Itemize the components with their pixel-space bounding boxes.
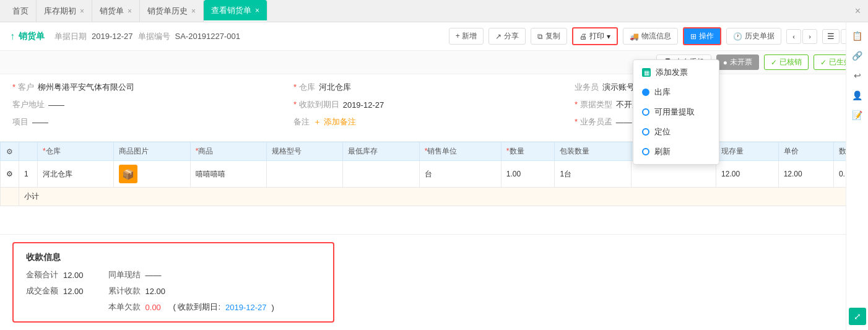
same-order-item: 同单现结 —— (108, 269, 274, 280)
prev-arrow[interactable]: ‹ (786, 29, 801, 44)
warehouse-label: 仓库 (293, 82, 315, 93)
project-label: 项目 (12, 116, 28, 128)
doc-actions: + 新增 ↗ 分享 ⧉ 复制 🖨 打印 ▾ 🚚 物流信息 ⊞ 操作 (449, 27, 858, 45)
sidebar-icon-1[interactable]: 📋 (849, 27, 866, 45)
doc-title-text: 销货单 (19, 31, 45, 42)
tab-sales-history[interactable]: 销货单历史 × (140, 0, 204, 22)
sidebar-icon-5[interactable]: 📝 (849, 106, 866, 124)
row-sales-unit: 台 (419, 161, 501, 188)
subtotal-row: 小计 (1, 188, 868, 206)
current-due-value: 0.00 (145, 303, 161, 312)
doc-icon: ↑ (10, 31, 15, 42)
address-value: —— (48, 100, 64, 110)
next-arrow[interactable]: › (802, 29, 817, 44)
menu-refresh[interactable]: 刷新 (633, 142, 719, 162)
note-label: 备注 (293, 116, 310, 128)
note-field: 备注 ＋ 添加备注 (293, 116, 575, 128)
form-row-1: 客户 柳州粤港平安气体有限公司 仓库 河北仓库 业务员 演示账号 (12, 82, 856, 93)
doc-title: ↑ 销货单 (10, 31, 45, 42)
outbound-icon (642, 89, 649, 96)
col-spec: 规格型号 (266, 142, 342, 161)
print-icon: 🖨 (579, 32, 587, 41)
close-all-tabs[interactable]: × (855, 6, 861, 17)
ticket-type-label: 票据类型 (575, 99, 612, 110)
sidebar-icon-2[interactable]: 🔗 (849, 47, 866, 64)
tab-view-sales-close[interactable]: × (255, 6, 259, 15)
secondary-bar: 📱 来自手机 ● 未开票 ✓ 已核销 ✓ 已生效 (0, 51, 868, 74)
circle-icon: ● (723, 58, 727, 67)
product-image: 📦 (119, 165, 137, 183)
customer-field: 客户 柳州粤港平安气体有限公司 (12, 82, 293, 93)
transaction-value: 12.00 (63, 287, 84, 296)
refresh-icon (642, 148, 649, 155)
col-image: 商品图片 (114, 142, 190, 161)
right-sidebar: 📋 🔗 ↩ 👤 📝 ⤢ (846, 22, 868, 330)
due-date-value: 2019-12-27 (343, 100, 384, 110)
doc-header: ↑ 销货单 单据日期 2019-12-27 单据编号 SA-20191227-0… (0, 22, 868, 51)
locate-icon (642, 128, 649, 136)
new-button[interactable]: + 新增 (449, 28, 484, 45)
operate-button[interactable]: ⊞ 操作 (683, 27, 721, 45)
tab-inventory[interactable]: 库存期初 × (37, 0, 92, 22)
row-gear[interactable]: ⚙ (1, 161, 19, 188)
due-date-label: 收款到期日 (293, 99, 339, 110)
sidebar-icon-expand[interactable]: ⤢ (849, 308, 866, 325)
tab-inventory-close[interactable]: × (80, 7, 84, 15)
receipt-col-right: 同单现结 —— 累计收款 12.00 本单欠款 0.00 ( 收款到期日: 20… (108, 269, 274, 313)
copy-button[interactable]: ⧉ 复制 (531, 28, 567, 45)
receipt-col-left: 金额合计 12.00 成交金额 12.00 (26, 269, 84, 313)
row-product: 嘻嘻嘻嘻 (190, 161, 266, 188)
number-value: SA-20191227-001 (175, 32, 241, 41)
tab-home[interactable]: 首页 (5, 0, 37, 22)
col-pack-qty: 包装数量 (555, 142, 631, 161)
not-opened-button[interactable]: ● 未开票 (716, 54, 759, 70)
history-button[interactable]: 🕐 历史单据 (726, 28, 781, 45)
row-current-stock: 12.00 (716, 161, 779, 188)
row-unit-price: 12.00 (778, 161, 833, 188)
tab-sales-close[interactable]: × (128, 7, 132, 15)
warehouse-field: 仓库 河北仓库 (293, 82, 575, 93)
col-current-stock: 现存量 (716, 142, 779, 161)
menu-outbound[interactable]: 出库 (633, 82, 719, 102)
total-amount-value: 12.00 (63, 271, 84, 280)
col-unit-price: 单价 (778, 142, 833, 161)
staff2-value: —— (616, 118, 632, 127)
accumulated-value: 12.00 (145, 287, 166, 296)
same-order-value: —— (145, 271, 162, 280)
customer-label: 客户 (12, 82, 34, 93)
date-label: 单据日期 (54, 31, 87, 42)
project-field: 项目 —— (12, 116, 293, 128)
add-note-button[interactable]: ＋ 添加备注 (313, 116, 356, 128)
receipt-rows: 金额合计 12.00 成交金额 12.00 同单现结 —— 累计收款 (26, 269, 321, 313)
subtotal-label: 小计 (19, 188, 868, 206)
share-button[interactable]: ↗ 分享 (488, 28, 526, 45)
tab-view-sales[interactable]: 查看销货单 × (204, 0, 267, 22)
menu-available-qty[interactable]: 可用量提取 (633, 102, 719, 122)
total-amount-item: 金额合计 12.00 (26, 269, 84, 280)
available-qty-icon (642, 108, 649, 116)
tab-sales[interactable]: 销货单 × (92, 0, 140, 22)
warehouse-value: 河北仓库 (319, 82, 351, 93)
check-icon: ✓ (771, 58, 777, 67)
sidebar-icon-4[interactable]: 👤 (849, 87, 866, 104)
col-gear[interactable]: ⚙ (1, 142, 19, 161)
menu-locate[interactable]: 定位 (633, 122, 719, 142)
print-dropdown-icon: ▾ (607, 32, 610, 41)
menu-add-invoice[interactable]: ▦ 添加发票 (633, 63, 719, 82)
nav-arrows: ‹ › (786, 29, 817, 44)
number-label: 单据编号 (138, 31, 170, 42)
col-warehouse: *仓库 (38, 142, 114, 161)
sidebar-icon-3[interactable]: ↩ (849, 67, 866, 84)
print-button[interactable]: 🖨 打印 ▾ (572, 27, 618, 45)
date-value: 2019-12-27 (92, 32, 133, 41)
product-table-container: ⚙ *仓库 商品图片 *商品 规格型号 最低库存 *销售单位 *数量 包装数量 … (0, 141, 868, 234)
tab-sales-history-close[interactable]: × (191, 7, 196, 15)
row-spec (266, 161, 342, 188)
table-row: ⚙ 1 河北仓库 📦 嘻嘻嘻嘻 台 1.00 1台 12.00 12.00 0. (1, 161, 868, 188)
operate-icon: ⊞ (690, 32, 697, 41)
effect-icon: ✓ (820, 58, 827, 67)
list-view-btn[interactable]: ☰ (822, 29, 840, 44)
logistics-button[interactable]: 🚚 物流信息 (623, 28, 678, 45)
address-label: 客户地址 (12, 99, 45, 110)
row-min-stock (343, 161, 419, 188)
